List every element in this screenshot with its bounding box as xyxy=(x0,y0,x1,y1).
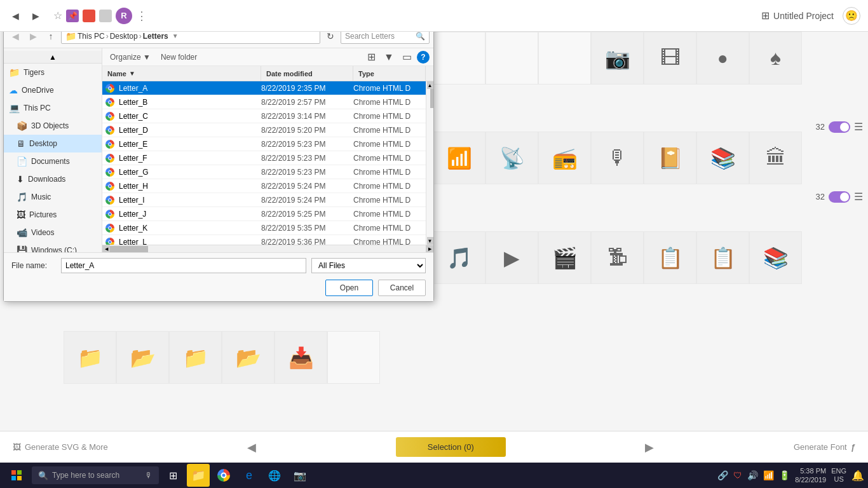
icon-cell-folder-minus[interactable]: 📂 xyxy=(222,331,275,384)
scroll-up-btn[interactable]: ▲ xyxy=(427,81,433,89)
music-icon: 🎵 xyxy=(17,192,27,202)
generate-svg-button[interactable]: 🖼 Generate SVG & More xyxy=(13,442,108,452)
preview-button[interactable]: ▭ xyxy=(399,50,414,65)
icon-cell-spade[interactable]: ♠ xyxy=(749,32,802,85)
h-scroll-thumb[interactable] xyxy=(110,246,148,252)
breadcrumb-desktop[interactable]: Desktop xyxy=(110,32,138,41)
taskview-button[interactable]: ⊞ xyxy=(161,464,184,487)
icon-cell-camera[interactable]: 📷 xyxy=(591,32,644,85)
sidebar-scroll-up[interactable]: ▲ xyxy=(4,51,102,64)
taskbar-speaker-icon[interactable]: 🔊 xyxy=(747,470,758,480)
start-button[interactable] xyxy=(4,463,29,488)
edge-taskbar-icon[interactable]: e xyxy=(238,464,261,487)
toggle-switch1[interactable] xyxy=(829,121,850,133)
sidebar-item-3dobjects[interactable]: 📦 3D Objects xyxy=(4,117,102,135)
organize-button[interactable]: Organize ▼ xyxy=(106,50,154,65)
sidebar-item-desktop[interactable]: 🖥 Desktop xyxy=(4,135,102,152)
file-list-scrollbar[interactable]: ▲ ▼ xyxy=(426,81,433,245)
file-row[interactable]: Letter_J8/22/2019 5:25 PMChrome HTML D xyxy=(102,207,426,221)
photo-taskbar-icon[interactable]: 📷 xyxy=(288,464,311,487)
breadcrumb-thispc[interactable]: This PC xyxy=(78,32,105,41)
menu-icon2[interactable]: ☰ xyxy=(854,191,863,203)
icon-cell-mic[interactable]: 🎙 xyxy=(591,132,644,184)
taskbar-network-icon2[interactable]: 📶 xyxy=(763,470,774,480)
icon-cell-pacman[interactable]: ● xyxy=(696,32,749,85)
taskbar-clock[interactable]: 5:38 PM 8/22/2019 xyxy=(795,466,826,485)
ie-taskbar-icon[interactable]: 🌐 xyxy=(263,464,286,487)
sidebar-item-onedrive[interactable]: ☁ OneDrive xyxy=(4,81,102,99)
sidebar-item-thispc[interactable]: 💻 This PC xyxy=(4,99,102,117)
icon-cell-download[interactable]: 📥 xyxy=(275,331,327,384)
breadcrumb-letters[interactable]: Letters xyxy=(143,32,168,41)
file-row[interactable]: Letter_K8/22/2019 5:35 PMChrome HTML D xyxy=(102,221,426,235)
icon-cell-broadcast[interactable]: 📡 xyxy=(485,132,538,184)
sidebar-item-music[interactable]: 🎵 Music xyxy=(4,188,102,206)
sidebar-item-windows[interactable]: 💾 Windows (C:) xyxy=(4,241,102,252)
icon-cell-filmstrip[interactable]: 🎬 xyxy=(538,231,591,284)
view-toggle-button[interactable]: ⊞ xyxy=(363,50,379,65)
icon-cell-folder[interactable]: 📁 xyxy=(64,331,116,384)
h-scroll-right[interactable]: ▶ xyxy=(426,245,433,253)
menu-icon1[interactable]: ☰ xyxy=(854,121,863,133)
filename-input[interactable] xyxy=(61,258,306,273)
sidebar-item-pictures[interactable]: 🖼 Pictures xyxy=(4,206,102,224)
sidebar-item-tigers[interactable]: 📁 Tigers xyxy=(4,64,102,81)
help-button[interactable]: ? xyxy=(417,51,430,64)
dialog-sidebar: ▲ 📁 Tigers ☁ OneDrive 💻 This PC 📦 3D Obj… xyxy=(4,48,102,252)
file-row[interactable]: Letter_B8/22/2019 2:57 PMChrome HTML D xyxy=(102,95,426,109)
file-row[interactable]: Letter_D8/22/2019 5:20 PMChrome HTML D xyxy=(102,123,426,137)
file-row[interactable]: Letter_F8/22/2019 5:23 PMChrome HTML D xyxy=(102,151,426,165)
view-options-button[interactable]: ▼ xyxy=(381,50,397,65)
h-scrollbar[interactable]: ◀ ▶ xyxy=(102,245,433,252)
new-folder-button[interactable]: New folder xyxy=(157,50,201,65)
search-icon[interactable]: 🔍 xyxy=(416,32,425,41)
icon-cell-radio[interactable]: 📻 xyxy=(538,132,591,184)
file-name: Letter_H xyxy=(118,182,261,191)
icon-cell-folder-add[interactable]: 📁 xyxy=(169,331,222,384)
icon-cell-folder-open[interactable]: 📂 xyxy=(116,331,169,384)
sidebar-item-documents[interactable]: 📄 Documents xyxy=(4,152,102,170)
icon-cell-book[interactable]: 📔 xyxy=(644,132,696,184)
filetype-select[interactable]: All Files xyxy=(311,258,426,273)
sidebar-item-downloads[interactable]: ⬇ Downloads xyxy=(4,170,102,188)
scroll-thumb[interactable] xyxy=(430,89,434,108)
app-forward-button[interactable]: ▶ xyxy=(28,8,43,24)
file-row[interactable]: Letter_G8/22/2019 5:23 PMChrome HTML D xyxy=(102,165,426,179)
cancel-button[interactable]: Cancel xyxy=(378,280,426,296)
file-row[interactable]: Letter_L8/22/2019 5:36 PMChrome HTML D xyxy=(102,235,426,245)
icon-cell-wifi[interactable]: 📶 xyxy=(433,132,485,184)
scroll-down-btn[interactable]: ▼ xyxy=(427,237,433,245)
icon-cell-copy[interactable]: 📋 xyxy=(644,231,696,284)
chrome-taskbar-icon[interactable] xyxy=(212,464,235,487)
icon-cell-paste[interactable]: 📋 xyxy=(696,231,749,284)
toggle-switch2[interactable] xyxy=(829,191,850,203)
file-row[interactable]: Letter_A8/22/2019 2:35 PMChrome HTML D xyxy=(102,81,426,95)
explorer-icon[interactable]: 📁 xyxy=(187,464,210,487)
icon-cell-music[interactable]: 🎵 xyxy=(433,231,485,284)
app-back-button[interactable]: ◀ xyxy=(8,8,23,24)
h-scroll-left[interactable]: ◀ xyxy=(102,245,110,253)
file-row[interactable]: Letter_H8/22/2019 5:24 PMChrome HTML D xyxy=(102,179,426,193)
file-row[interactable]: Letter_I8/22/2019 5:24 PMChrome HTML D xyxy=(102,193,426,207)
open-button[interactable]: Open xyxy=(325,280,373,296)
file-row[interactable]: Letter_E8/22/2019 5:23 PMChrome HTML D xyxy=(102,137,426,151)
col-header-type[interactable]: Type xyxy=(353,66,426,81)
icon-cell-play[interactable]: ▶ xyxy=(485,231,538,284)
generate-font-button[interactable]: Generate Font ƒ xyxy=(794,442,855,452)
icon-cell-books[interactable]: 📚 xyxy=(696,132,749,184)
left-arrow-btn[interactable]: ◀ xyxy=(247,440,256,454)
more-options-icon[interactable]: ⋮ xyxy=(136,9,147,23)
icon-cell-film[interactable]: 🎞 xyxy=(644,32,696,85)
sidebar-item-videos[interactable]: 📹 Videos xyxy=(4,224,102,241)
notification-icon[interactable]: 🔔 xyxy=(851,470,864,482)
icon-cell-zip[interactable]: 🗜 xyxy=(591,231,644,284)
icon-cell-bank[interactable]: 🏛 xyxy=(749,132,802,184)
icon-cell-layers[interactable]: 📚 xyxy=(749,231,802,284)
breadcrumb-expand[interactable]: ▼ xyxy=(172,32,179,39)
taskbar-search-box[interactable]: 🔍 Type here to search 🎙 xyxy=(32,466,159,484)
file-date: 8/22/2019 5:23 PM xyxy=(261,168,353,177)
col-header-date[interactable]: Date modified xyxy=(261,66,353,81)
file-row[interactable]: Letter_C8/22/2019 3:14 PMChrome HTML D xyxy=(102,109,426,123)
col-header-name[interactable]: Name ▼ xyxy=(102,66,261,81)
right-arrow-btn[interactable]: ▶ xyxy=(645,440,654,454)
